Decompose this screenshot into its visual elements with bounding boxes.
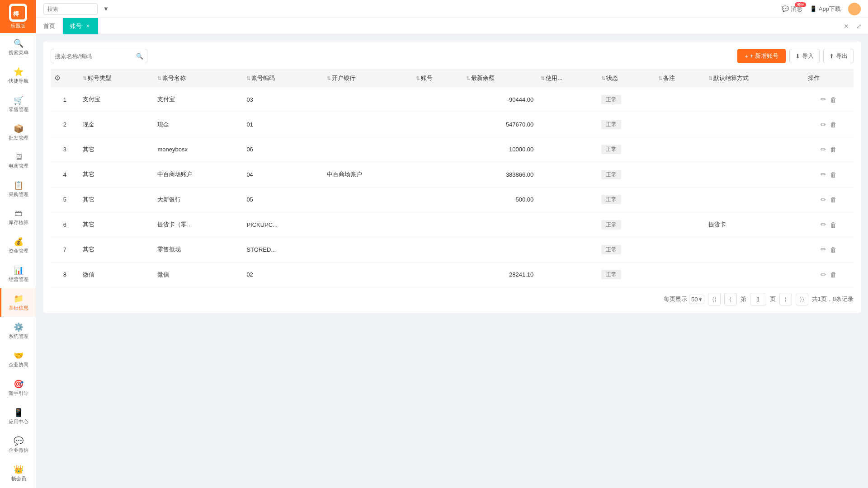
nav-icon-12: 🎯: [14, 379, 24, 389]
delete-button-2[interactable]: 🗑: [830, 145, 837, 153]
cell-7-use: [537, 262, 598, 287]
col-header-name[interactable]: ⇅账号名称: [154, 69, 243, 87]
delete-button-6[interactable]: 🗑: [830, 246, 837, 253]
message-badge: 99+: [795, 2, 806, 7]
col-header-status[interactable]: ⇅状态: [598, 69, 655, 87]
sidebar-item-15[interactable]: 👑 畅会员: [0, 459, 36, 488]
tab-账号[interactable]: 账号✕: [63, 18, 99, 34]
chevron-down-icon: ▼: [103, 5, 109, 12]
delete-button-7[interactable]: 🗑: [830, 271, 837, 278]
tab-label-1: 账号: [70, 22, 82, 30]
next-page-button[interactable]: ⟩: [779, 293, 792, 305]
maximize-tab-button[interactable]: ⤢: [854, 21, 864, 32]
edit-button-3[interactable]: ✏: [821, 170, 826, 178]
cell-7-code: 02: [243, 262, 323, 287]
col-header-use[interactable]: ⇅使用...: [537, 69, 598, 87]
sidebar-item-1[interactable]: ⭐ 快捷导航: [0, 61, 36, 90]
prev-page-button[interactable]: ⟨: [724, 293, 737, 305]
cell-4-account: [412, 187, 462, 212]
cell-2-account: [412, 137, 462, 162]
col-header-default_settlement[interactable]: ⇅默认结算方式: [705, 69, 804, 87]
search-button[interactable]: 🔍: [132, 49, 147, 63]
sidebar-item-2[interactable]: 🛒 零售管理: [0, 90, 36, 118]
logo-icon: 樽: [9, 4, 27, 22]
col-header-bank[interactable]: ⇅开户银行: [323, 69, 412, 87]
logo-text: 乐愿版: [10, 23, 25, 29]
col-header-type[interactable]: ⇅账号类型: [79, 69, 154, 87]
message-icon: 💬: [782, 5, 789, 12]
tab-close-1[interactable]: ✕: [85, 23, 91, 29]
import-button[interactable]: ⬇ 导入: [789, 49, 820, 63]
col-header-balance[interactable]: ⇅最新余额: [462, 69, 538, 87]
table-row: 2现金现金01547670.00正常 ✏ 🗑: [51, 112, 854, 137]
sort-icon-code: ⇅: [246, 75, 250, 81]
cell-6-use: [537, 237, 598, 262]
cell-1-status: 正常: [598, 112, 655, 137]
sidebar-item-9[interactable]: 📁 基础信息: [0, 288, 36, 317]
sidebar-item-10[interactable]: ⚙️ 系统管理: [0, 317, 36, 345]
cell-6-action: ✏ 🗑: [804, 237, 854, 262]
delete-button-0[interactable]: 🗑: [830, 96, 837, 103]
search-input[interactable]: [51, 49, 132, 63]
last-page-button[interactable]: ⟩⟩: [796, 293, 808, 305]
edit-button-4[interactable]: ✏: [821, 196, 826, 204]
close-tab-button[interactable]: ✕: [841, 21, 852, 32]
status-badge: 正常: [601, 245, 621, 254]
cell-1-type: 现金: [79, 112, 154, 137]
delete-button-3[interactable]: 🗑: [830, 171, 837, 178]
edit-button-0[interactable]: ✏: [821, 95, 826, 103]
sort-icon-status: ⇅: [601, 75, 605, 81]
cell-2-default_settlement: [705, 137, 804, 162]
status-badge: 正常: [601, 95, 621, 104]
delete-button-5[interactable]: 🗑: [830, 221, 837, 229]
cell-2-type: 其它: [79, 137, 154, 162]
edit-button-7[interactable]: ✏: [821, 271, 826, 279]
sidebar-item-5[interactable]: 📋 采购管理: [0, 175, 36, 203]
status-badge: 正常: [601, 145, 621, 154]
sidebar-item-0[interactable]: 🔍 搜索菜单: [0, 33, 36, 61]
page-number-input[interactable]: [750, 293, 766, 305]
app-download-button[interactable]: 📱 App下载: [810, 5, 841, 13]
chevron-down-icon: ▾: [699, 296, 702, 303]
sidebar-item-7[interactable]: 💰 资金管理: [0, 231, 36, 260]
sidebar-item-4[interactable]: 🖥 电商管理: [0, 147, 36, 175]
cell-5-balance: [462, 212, 538, 237]
first-page-button[interactable]: ⟨⟨: [708, 293, 721, 305]
edit-button-5[interactable]: ✏: [821, 221, 826, 229]
cell-2-settings: 3: [51, 137, 79, 162]
cell-1-bank: [323, 112, 412, 137]
table-row: 8微信微信0228241.10正常 ✏ 🗑: [51, 262, 854, 287]
page-size-select[interactable]: 50 ▾: [689, 295, 704, 304]
col-header-account[interactable]: ⇅账号: [412, 69, 462, 87]
header-search-input[interactable]: [43, 3, 98, 15]
sidebar-item-13[interactable]: 📱 应用中心: [0, 402, 36, 431]
delete-button-4[interactable]: 🗑: [830, 196, 837, 203]
cell-1-default_settlement: [705, 112, 804, 137]
sidebar-item-12[interactable]: 🎯 新手引导: [0, 374, 36, 402]
avatar[interactable]: [848, 3, 861, 15]
nav-icon-0: 🔍: [14, 38, 24, 48]
nav-label-14: 企业微信: [9, 447, 28, 454]
nav-icon-11: 🤝: [14, 351, 24, 361]
sidebar-item-11[interactable]: 🤝 企业协同: [0, 345, 36, 374]
message-button[interactable]: 💬 消息 99+: [782, 5, 802, 13]
nav-icon-7: 💰: [14, 237, 24, 247]
col-header-code[interactable]: ⇅账号编码: [243, 69, 323, 87]
tab-首页[interactable]: 首页: [36, 18, 63, 34]
edit-button-6[interactable]: ✏: [821, 245, 826, 253]
cell-5-use: [537, 212, 598, 237]
cell-0-type: 支付宝: [79, 87, 154, 112]
add-icon: +: [745, 53, 748, 60]
sidebar-item-3[interactable]: 📦 批发管理: [0, 118, 36, 147]
edit-button-1[interactable]: ✏: [821, 121, 826, 129]
delete-button-1[interactable]: 🗑: [830, 121, 837, 128]
col-header-remark[interactable]: ⇅备注: [655, 69, 705, 87]
settings-icon[interactable]: ⚙: [54, 74, 61, 82]
add-account-button[interactable]: + + 新增账号: [737, 49, 786, 63]
header-dropdown[interactable]: ▼: [103, 5, 109, 12]
sidebar-item-6[interactable]: 🗃 库存核算: [0, 203, 36, 231]
export-button[interactable]: ⬆ 导出: [823, 49, 854, 63]
sidebar-item-8[interactable]: 📊 经营管理: [0, 260, 36, 288]
sidebar-item-14[interactable]: 💬 企业微信: [0, 431, 36, 459]
edit-button-2[interactable]: ✏: [821, 145, 826, 154]
